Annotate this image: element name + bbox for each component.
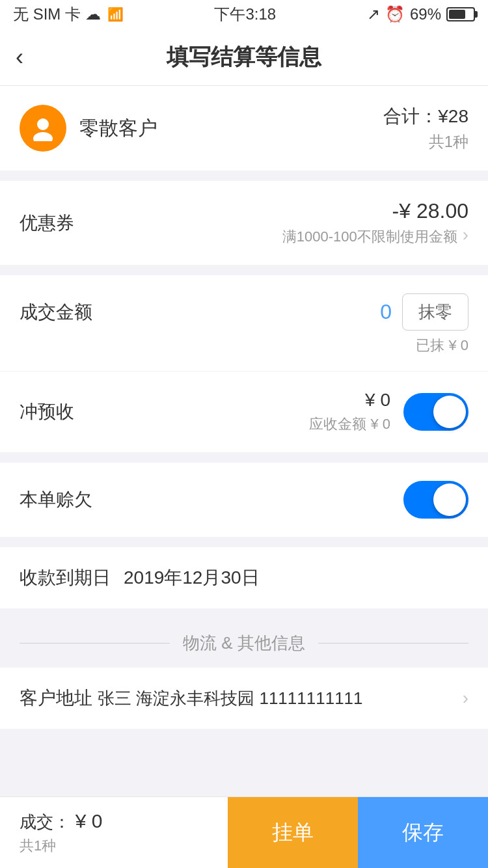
svg-point-0 [37, 118, 49, 130]
bottom-bar: 成交： ¥ 0 共1种 挂单 保存 [0, 796, 488, 868]
status-right: ↗ ⏰ 69% [367, 5, 475, 23]
battery-icon [446, 7, 475, 21]
status-time: 下午3:18 [214, 4, 276, 25]
customer-count: 共1种 [383, 131, 468, 152]
logistics-header: 物流 & 其他信息 [0, 619, 488, 668]
hold-button[interactable]: 挂单 [228, 797, 358, 869]
coupon-description: 满1000-100不限制使用金额 [282, 227, 457, 247]
battery-percent: 69% [410, 5, 441, 23]
back-button[interactable]: ‹ [16, 44, 23, 71]
prereceipt-row: 冲预收 ¥ 0 应收金额 ¥ 0 [0, 371, 488, 452]
amount-row: 成交金额 0 抹零 [0, 275, 488, 336]
bottom-deal-row: 成交： ¥ 0 [20, 810, 208, 834]
content: 零散客户 合计：¥28 共1种 优惠券 -¥ 28.00 满1000-100不限… [0, 86, 488, 868]
debt-toggle-knob [433, 483, 466, 516]
address-chevron-icon: › [463, 688, 468, 709]
coupon-label: 优惠券 [20, 211, 74, 236]
nav-bar: ‹ 填写结算等信息 [0, 29, 488, 86]
location-icon: ↗ [367, 5, 380, 23]
prereceipt-right: ¥ 0 应收金额 ¥ 0 [309, 390, 390, 434]
bottom-info: 成交： ¥ 0 共1种 [0, 810, 228, 856]
sim-status: 无 SIM 卡 ☁ [13, 4, 101, 25]
prereceipt-amount: ¥ 0 [309, 390, 390, 411]
customer-summary: 合计：¥28 共1种 [383, 104, 468, 152]
debt-label: 本单赊欠 [20, 487, 92, 512]
logistics-line-left [20, 643, 170, 644]
transaction-value[interactable]: 0 [380, 300, 392, 324]
transaction-sub: 已抹 ¥ 0 [0, 336, 488, 371]
customer-name: 零散客户 [79, 115, 157, 142]
alarm-icon: ⏰ [385, 5, 405, 23]
coupon-discount: -¥ 28.00 [282, 199, 468, 223]
customer-row: 零散客户 合计：¥28 共1种 [0, 86, 488, 170]
debt-toggle-wrap [403, 481, 468, 519]
coupon-section[interactable]: 优惠券 -¥ 28.00 满1000-100不限制使用金额 › [0, 181, 488, 265]
debt-section: 本单赊欠 [0, 463, 488, 537]
logistics-line-right [318, 643, 468, 644]
address-label: 客户地址 [20, 686, 98, 711]
page-title: 填写结算等信息 [167, 42, 321, 72]
transaction-section: 成交金额 0 抹零 已抹 ¥ 0 冲预收 ¥ 0 应收金额 ¥ 0 [0, 275, 488, 452]
toggle-knob [433, 396, 466, 428]
customer-total: 合计：¥28 [383, 104, 468, 129]
bottom-deal-label: 成交： [20, 812, 70, 832]
coupon-right: -¥ 28.00 满1000-100不限制使用金额 › [282, 199, 468, 247]
prereceipt-toggle[interactable] [403, 393, 468, 431]
prereceipt-sub: 应收金额 ¥ 0 [309, 414, 390, 434]
address-value: 张三 海淀永丰科技园 11111111111 [98, 687, 457, 710]
prereceipt-label: 冲预收 [20, 400, 74, 424]
bottom-count: 共1种 [20, 836, 208, 856]
debt-toggle[interactable] [403, 481, 468, 519]
avatar-icon [30, 115, 56, 141]
status-left: 无 SIM 卡 ☁ 📶 [13, 4, 124, 25]
duedate-section: 收款到期日 2019年12月30日 [0, 547, 488, 608]
duedate-label: 收款到期日 [20, 565, 111, 590]
round-zero-button[interactable]: 抹零 [402, 293, 468, 331]
duedate-value: 2019年12月30日 [124, 565, 260, 590]
customer-left: 零散客户 [20, 105, 157, 152]
logistics-title: 物流 & 其他信息 [183, 632, 305, 655]
save-button[interactable]: 保存 [358, 797, 488, 869]
transaction-right: 0 抹零 [380, 293, 468, 331]
address-section[interactable]: 客户地址 张三 海淀永丰科技园 11111111111 › [0, 668, 488, 729]
battery-fill [449, 10, 465, 19]
prereceipt-toggle-wrap [403, 393, 468, 431]
customer-avatar [20, 105, 66, 152]
bottom-deal-amount: ¥ 0 [75, 810, 103, 832]
coupon-chevron-icon: › [463, 224, 468, 245]
wifi-icon: 📶 [107, 7, 124, 22]
svg-point-1 [33, 132, 53, 141]
transaction-label: 成交金额 [20, 300, 92, 325]
status-bar: 无 SIM 卡 ☁ 📶 下午3:18 ↗ ⏰ 69% [0, 0, 488, 29]
